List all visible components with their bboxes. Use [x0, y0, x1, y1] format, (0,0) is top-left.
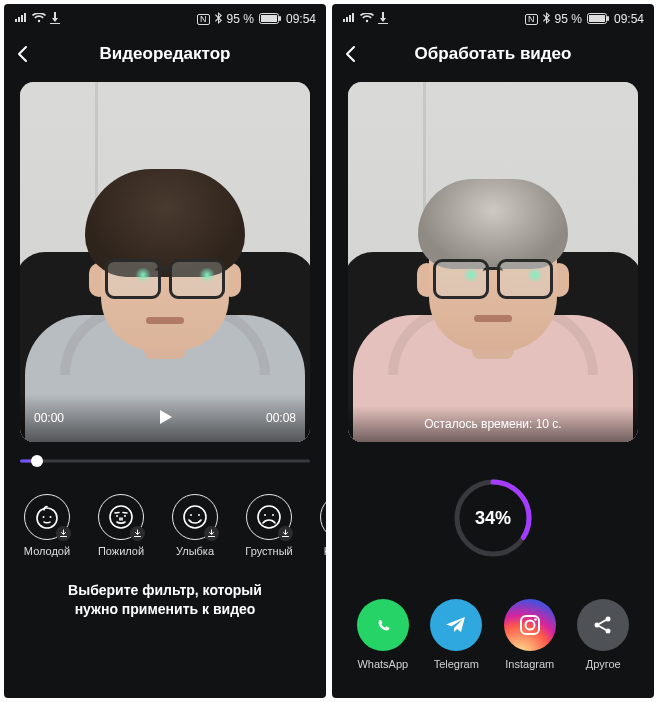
remaining-label: Осталось времени: 10 с.	[424, 417, 561, 431]
filter-smile[interactable]: Улыбка	[166, 494, 224, 557]
smile-icon	[172, 494, 218, 540]
filter-label: Молодой	[24, 545, 70, 557]
svg-point-13	[264, 514, 266, 516]
video-preview: Осталось времени: 10 с.	[348, 82, 638, 442]
filter-label: Пожилой	[98, 545, 144, 557]
download-icon	[378, 12, 388, 26]
svg-point-5	[50, 516, 52, 518]
instagram-icon	[504, 599, 556, 651]
filter-hollywood[interactable]: PHollywo	[314, 494, 326, 557]
svg-point-4	[43, 516, 45, 518]
filter-label: Грустный	[245, 545, 292, 557]
signal-icon	[342, 13, 356, 25]
svg-point-7	[116, 515, 118, 517]
share-label: WhatsApp	[357, 658, 408, 670]
download-badge-icon	[278, 526, 293, 541]
back-button[interactable]	[332, 34, 372, 74]
svg-rect-17	[607, 16, 609, 21]
share-row: WhatsAppTelegramInstagramДругое	[332, 599, 654, 670]
battery-percent: 95 %	[227, 12, 254, 26]
time-start: 00:00	[34, 411, 64, 425]
svg-point-10	[190, 514, 192, 516]
svg-point-12	[258, 506, 280, 528]
signal-icon	[14, 13, 28, 25]
nfc-icon: N	[197, 14, 210, 25]
download-badge-icon	[56, 526, 71, 541]
back-button[interactable]	[4, 34, 44, 74]
svg-point-11	[198, 514, 200, 516]
phone-editor: N 95 % 09:54 Видеоредактор	[4, 4, 326, 698]
svg-point-9	[184, 506, 206, 528]
wifi-icon	[32, 13, 46, 25]
battery-percent: 95 %	[555, 12, 582, 26]
svg-point-21	[525, 621, 534, 630]
baby-icon	[24, 494, 70, 540]
time-end: 00:08	[266, 411, 296, 425]
status-bar: N 95 % 09:54	[4, 4, 326, 32]
filter-label: Hollywo	[324, 545, 326, 557]
bluetooth-icon	[215, 12, 222, 26]
svg-rect-16	[589, 15, 605, 22]
clock: 09:54	[286, 12, 316, 26]
svg-rect-1	[261, 15, 277, 22]
svg-point-6	[110, 506, 132, 528]
play-button[interactable]	[155, 407, 175, 430]
download-badge-icon	[130, 526, 145, 541]
status-bar: N 95 % 09:54	[332, 4, 654, 32]
svg-point-14	[272, 514, 274, 516]
svg-point-8	[124, 515, 126, 517]
oldface-icon	[98, 494, 144, 540]
video-frame	[348, 82, 638, 442]
whatsapp-icon	[357, 599, 409, 651]
svg-point-3	[37, 508, 57, 528]
sad-icon	[246, 494, 292, 540]
other-icon	[577, 599, 629, 651]
header: Видеоредактор	[4, 32, 326, 76]
page-title: Обработать видео	[332, 44, 654, 64]
sparkle-icon: P	[320, 494, 326, 540]
header: Обработать видео	[332, 32, 654, 76]
filter-label: Улыбка	[176, 545, 214, 557]
phone-processing: N 95 % 09:54 Обработать видео	[332, 4, 654, 698]
progress-ring: 34%	[451, 476, 535, 560]
svg-point-22	[534, 618, 537, 621]
share-label: Instagram	[505, 658, 554, 670]
filter-row[interactable]: МолодойПожилойУлыбкаГрустныйPHollywo	[4, 494, 326, 557]
page-title: Видеоредактор	[4, 44, 326, 64]
share-telegram[interactable]: Telegram	[430, 599, 482, 670]
bluetooth-icon	[543, 12, 550, 26]
seek-bar[interactable]	[20, 452, 310, 470]
video-frame	[20, 82, 310, 442]
wifi-icon	[360, 13, 374, 25]
svg-rect-2	[279, 16, 281, 21]
progress-label: 34%	[451, 476, 535, 560]
share-label: Другое	[586, 658, 621, 670]
filter-old[interactable]: Пожилой	[92, 494, 150, 557]
nfc-icon: N	[525, 14, 538, 25]
telegram-icon	[430, 599, 482, 651]
share-instagram[interactable]: Instagram	[504, 599, 556, 670]
clock: 09:54	[614, 12, 644, 26]
hint-text: Выберите фильтр, которыйнужно применить …	[24, 581, 306, 619]
filter-young[interactable]: Молодой	[18, 494, 76, 557]
share-whatsapp[interactable]: WhatsApp	[357, 599, 409, 670]
filter-sad[interactable]: Грустный	[240, 494, 298, 557]
battery-icon	[259, 13, 281, 26]
video-preview[interactable]: 00:00 00:08	[20, 82, 310, 442]
download-icon	[50, 12, 60, 26]
download-badge-icon	[204, 526, 219, 541]
battery-icon	[587, 13, 609, 26]
share-other[interactable]: Другое	[577, 599, 629, 670]
share-label: Telegram	[434, 658, 479, 670]
